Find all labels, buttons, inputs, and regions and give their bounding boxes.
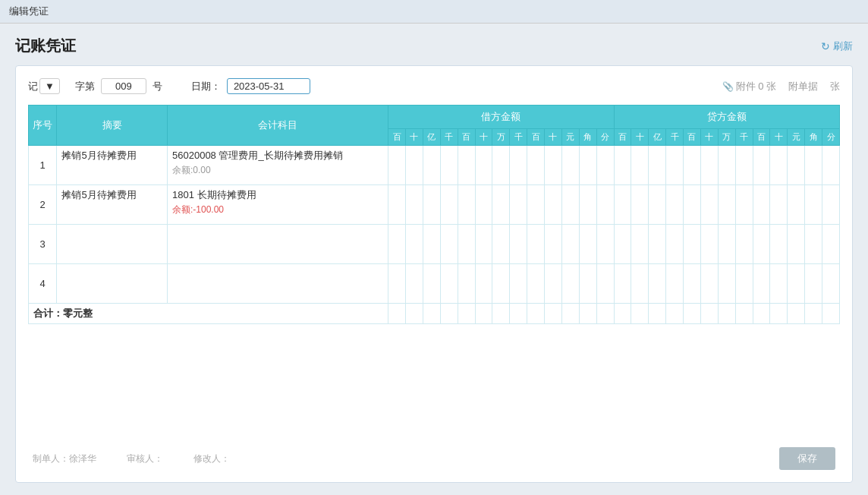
table-row[interactable]: 2 摊销5月待摊费用 1801 长期待摊费用 余额:-100.00: [29, 185, 840, 225]
ch-11: 元: [788, 129, 805, 146]
row1-d2[interactable]: [406, 146, 423, 185]
row1-account[interactable]: 56020008 管理费用_长期待摊费用摊销 余额:0.00: [168, 146, 388, 185]
row2-summary[interactable]: 摊销5月待摊费用: [57, 185, 168, 225]
table-row[interactable]: 3: [29, 225, 840, 264]
row2-c12[interactable]: [805, 185, 822, 225]
title-bar: 编辑凭证: [0, 0, 868, 24]
dh-2: 十: [406, 129, 423, 146]
modifier-section: 修改人：: [193, 452, 230, 465]
row2-c8[interactable]: [735, 185, 753, 225]
date-section: 日期：: [191, 78, 310, 94]
table-row[interactable]: 4: [29, 264, 840, 304]
ch-1: 百: [614, 129, 631, 146]
save-button[interactable]: 保存: [779, 447, 835, 470]
row1-d6[interactable]: [475, 146, 492, 185]
row1-c10[interactable]: [770, 146, 788, 185]
dh-12: 角: [579, 129, 596, 146]
row2-d11[interactable]: [561, 185, 579, 225]
reviewer-section: 审核人：: [127, 452, 163, 465]
refresh-button[interactable]: ↻ 刷新: [821, 39, 853, 53]
ch-9: 百: [753, 129, 770, 146]
row1-d10[interactable]: [545, 146, 562, 185]
page-header: 记账凭证 ↻ 刷新: [15, 36, 853, 56]
row2-d13[interactable]: [596, 185, 614, 225]
row2-d3[interactable]: [423, 185, 440, 225]
row2-c1[interactable]: [614, 185, 631, 225]
row2-c11[interactable]: [788, 185, 805, 225]
row1-d13[interactable]: [596, 146, 614, 185]
col-header-credit: 贷方金额: [614, 106, 839, 129]
row2-c5[interactable]: [684, 185, 701, 225]
row2-account[interactable]: 1801 长期待摊费用 余额:-100.00: [168, 185, 388, 225]
window-title: 编辑凭证: [9, 5, 49, 17]
row2-d5[interactable]: [458, 185, 475, 225]
row2-d2[interactable]: [406, 185, 423, 225]
row1-d4[interactable]: [440, 146, 458, 185]
row1-d3[interactable]: [423, 146, 440, 185]
table-header-top: 序号 摘要 会计科目 借方金额 贷方金额: [29, 106, 840, 129]
row3-account[interactable]: [168, 225, 388, 264]
row1-c6[interactable]: [700, 146, 718, 185]
row1-c3[interactable]: [649, 146, 666, 185]
ji-dropdown[interactable]: ▼: [39, 78, 60, 94]
dh-9: 百: [527, 129, 545, 146]
dh-11: 元: [561, 129, 579, 146]
ch-13: 分: [822, 129, 840, 146]
row2-d10[interactable]: [545, 185, 562, 225]
zi-input[interactable]: [101, 78, 146, 94]
total-label: 合计：零元整: [29, 304, 388, 324]
row2-c6[interactable]: [700, 185, 718, 225]
row2-d7[interactable]: [492, 185, 510, 225]
row1-c11[interactable]: [788, 146, 805, 185]
ji-select: 记 ▼: [28, 78, 60, 94]
row2-c3[interactable]: [649, 185, 666, 225]
row1-d9[interactable]: [527, 146, 545, 185]
row1-c1[interactable]: [614, 146, 631, 185]
row1-c8[interactable]: [735, 146, 753, 185]
row1-c9[interactable]: [753, 146, 770, 185]
row3-summary[interactable]: [57, 225, 168, 264]
row1-d11[interactable]: [561, 146, 579, 185]
row1-d1[interactable]: [388, 146, 406, 185]
ch-12: 角: [805, 129, 822, 146]
row2-c9[interactable]: [753, 185, 770, 225]
form-container: 记 ▼ 字第 号 日期： 📎 附件 0 张 附单据: [15, 65, 853, 483]
row2-c4[interactable]: [666, 185, 684, 225]
row4-summary[interactable]: [57, 264, 168, 304]
row3-seq: 3: [29, 225, 57, 264]
footer-row: 制单人：徐泽华 审核人： 修改人： 保存: [28, 440, 840, 470]
row2-c10[interactable]: [770, 185, 788, 225]
row2-d12[interactable]: [579, 185, 596, 225]
row1-c7[interactable]: [718, 146, 735, 185]
row2-c13[interactable]: [822, 185, 840, 225]
date-input[interactable]: [227, 78, 310, 94]
dh-13: 分: [596, 129, 614, 146]
row1-summary[interactable]: 摊销5月待摊费用: [57, 146, 168, 185]
row2-d1[interactable]: [388, 185, 406, 225]
row1-d5[interactable]: [458, 146, 475, 185]
row2-c7[interactable]: [718, 185, 735, 225]
attachment-link[interactable]: 📎 附件 0 张: [722, 80, 776, 93]
row1-c4[interactable]: [666, 146, 684, 185]
creator-name: 徐泽华: [69, 453, 96, 464]
dh-5: 百: [458, 129, 475, 146]
row2-c2[interactable]: [631, 185, 649, 225]
col-header-account: 会计科目: [168, 106, 388, 146]
row1-d7[interactable]: [492, 146, 510, 185]
row2-d8[interactable]: [510, 185, 527, 225]
row2-d4[interactable]: [440, 185, 458, 225]
row4-account[interactable]: [168, 264, 388, 304]
ch-7: 万: [718, 129, 735, 146]
row1-c13[interactable]: [822, 146, 840, 185]
row1-d8[interactable]: [510, 146, 527, 185]
row1-d12[interactable]: [579, 146, 596, 185]
row2-d9[interactable]: [527, 185, 545, 225]
dh-3: 亿: [423, 129, 440, 146]
row1-c2[interactable]: [631, 146, 649, 185]
ch-10: 十: [770, 129, 788, 146]
refresh-icon: ↻: [821, 40, 830, 52]
table-row[interactable]: 1 摊销5月待摊费用 56020008 管理费用_长期待摊费用摊销 余额:0.0…: [29, 146, 840, 185]
row1-c5[interactable]: [684, 146, 701, 185]
row1-c12[interactable]: [805, 146, 822, 185]
row2-d6[interactable]: [475, 185, 492, 225]
